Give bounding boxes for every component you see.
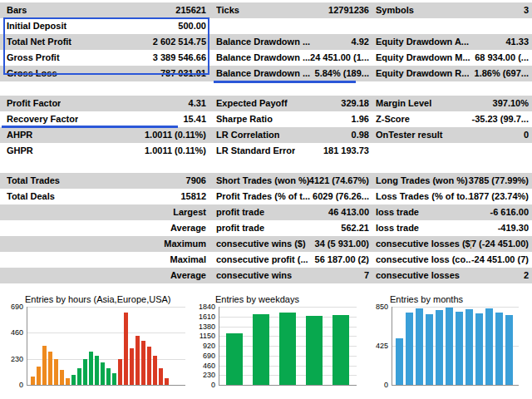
bar bbox=[48, 352, 52, 385]
stat-label: AHPR bbox=[7, 127, 32, 143]
stat-value: 5.84% (189... bbox=[315, 66, 369, 81]
stat-cell: Maximum bbox=[0, 236, 209, 252]
stat-value: Average bbox=[170, 268, 206, 283]
strategy-tester-report: Bars215621Ticks12791236Symbols3Initial D… bbox=[0, 0, 532, 399]
stat-label: Symbols bbox=[376, 2, 414, 18]
stat-cell: Balance Drawdown ...5.84% (189... bbox=[209, 66, 372, 81]
stat-label: Balance Drawdown ... bbox=[216, 66, 310, 81]
stat-value: 0 bbox=[524, 127, 529, 143]
stat-value: 1877 (23.74%) bbox=[469, 189, 529, 204]
stat-label: LR Correlation bbox=[216, 127, 279, 143]
stat-cell: Average bbox=[0, 220, 209, 236]
chart-title: Entries by hours (Asia,Europe,USA) bbox=[25, 293, 194, 307]
charts-row: Entries by hours (Asia,Europe,USA)690460… bbox=[7, 293, 528, 386]
stat-cell bbox=[372, 18, 532, 34]
bar bbox=[495, 313, 503, 385]
stat-cell: Largest bbox=[0, 204, 209, 220]
table-row: Largestprofit trade46 413.00loss trade-6… bbox=[0, 204, 532, 220]
stat-cell: profit trade562.21 bbox=[209, 220, 372, 236]
stat-label: Total Trades bbox=[7, 173, 60, 189]
bar-chart: Entries by hours (Asia,Europe,USA)690460… bbox=[7, 293, 194, 386]
stat-label: Equity Drawdown R... bbox=[376, 66, 469, 81]
table-row: Averageconsecutive wins7consecutive loss… bbox=[0, 268, 532, 283]
stat-value: 4.92 bbox=[352, 34, 369, 50]
stat-cell: Z-Score-35.23 (99.7... bbox=[372, 111, 532, 127]
stat-value: -6 616.00 bbox=[490, 204, 529, 220]
gridline bbox=[27, 307, 185, 308]
bar bbox=[37, 367, 41, 385]
stat-cell: Margin Level397.10% bbox=[372, 96, 532, 111]
y-tick-label: 920 bbox=[203, 342, 215, 350]
stat-cell: Short Trades (won %)4121 (74.67%) bbox=[209, 173, 372, 189]
bar bbox=[406, 313, 413, 385]
stat-label: LR Standard Error bbox=[216, 143, 295, 159]
stat-cell: LR Standard Error181 193.73 bbox=[209, 143, 372, 159]
stat-cell: Total Deals15812 bbox=[0, 189, 209, 204]
stat-value: 24 451.00 (1... bbox=[310, 50, 369, 66]
bar bbox=[106, 368, 111, 385]
bar bbox=[426, 314, 433, 385]
bar bbox=[396, 338, 403, 385]
stat-value: 1.0011 (0.11%) bbox=[145, 143, 206, 159]
stat-cell: Bars215621 bbox=[0, 2, 209, 18]
table-row: Profit Factor4.31Expected Payoff329.18Ma… bbox=[0, 96, 532, 111]
highlight-underline-recovery-factor bbox=[2, 126, 178, 128]
stat-cell: Maximal bbox=[0, 252, 209, 268]
stat-label: Margin Level bbox=[376, 96, 431, 111]
stat-value: 181 193.73 bbox=[323, 143, 369, 159]
bar bbox=[31, 377, 35, 385]
stat-cell: Balance Drawdown ...24 451.00 (1... bbox=[209, 50, 372, 66]
stat-label: Long Trades (won %) bbox=[376, 173, 468, 189]
bar bbox=[416, 308, 423, 385]
stat-value: 3 bbox=[524, 2, 529, 18]
stat-value: 2 bbox=[524, 268, 529, 283]
stat-cell: profit trade46 413.00 bbox=[209, 204, 372, 220]
bar bbox=[112, 373, 116, 385]
stat-value: 7 bbox=[364, 268, 369, 283]
stat-value: 1.96 bbox=[352, 111, 369, 127]
bar bbox=[42, 346, 47, 385]
table-row: GHPR1.0011 (0.11%)LR Standard Error181 1… bbox=[0, 143, 532, 159]
stat-value: 1.0011 (0.11%) bbox=[145, 127, 206, 143]
stat-label: Sharpe Ratio bbox=[216, 111, 273, 127]
bar bbox=[436, 310, 443, 385]
stat-label: consecutive wins ($) bbox=[216, 236, 306, 252]
stat-cell: Balance Drawdown ...4.92 bbox=[209, 34, 372, 50]
bar bbox=[165, 378, 169, 385]
stat-cell: consecutive loss (co...-24 451.00 (7) bbox=[372, 252, 532, 268]
y-tick-label: 230 bbox=[11, 355, 23, 363]
stat-value: 7906 bbox=[186, 173, 206, 189]
stat-cell: Sharpe Ratio1.96 bbox=[209, 111, 372, 127]
bar bbox=[95, 356, 99, 385]
y-tick-label: 1150 bbox=[200, 332, 215, 340]
y-axis: 8504250 bbox=[370, 307, 392, 385]
y-axis: 6904602300 bbox=[7, 307, 27, 385]
plot-area bbox=[27, 307, 185, 386]
stat-cell: Profit Trades (% of t...6029 (76.26... bbox=[209, 189, 372, 204]
stat-label: OnTester result bbox=[376, 127, 443, 143]
stat-label: profit trade bbox=[216, 220, 264, 236]
stat-cell: loss trade-6 616.00 bbox=[372, 204, 532, 220]
stat-cell: Symbols3 bbox=[372, 2, 532, 18]
y-tick-label: 1610 bbox=[199, 313, 215, 321]
bar bbox=[505, 315, 513, 385]
stat-label: Ticks bbox=[216, 2, 239, 18]
bar-chart: Entries by months8504250 bbox=[370, 293, 528, 386]
table-row: Maximumconsecutive wins ($)34 (5 931.00)… bbox=[0, 236, 532, 252]
stat-cell: loss trade-419.30 bbox=[372, 220, 532, 236]
bar bbox=[141, 341, 145, 385]
stat-value: -24 451.00 (7) bbox=[471, 252, 529, 268]
stat-cell: consecutive wins ($)34 (5 931.00) bbox=[209, 236, 372, 252]
bar bbox=[456, 312, 463, 385]
y-tick-label: 230 bbox=[203, 371, 215, 379]
stat-label: Loss Trades (% of to... bbox=[376, 189, 469, 204]
stat-label: Bars bbox=[7, 2, 27, 18]
stat-cell bbox=[372, 143, 532, 159]
y-tick-label: 0 bbox=[384, 381, 388, 389]
stat-label: Total Deals bbox=[7, 189, 55, 204]
stat-label: GHPR bbox=[7, 143, 33, 159]
stat-value: 215621 bbox=[175, 2, 206, 18]
stat-value: 562.21 bbox=[341, 220, 369, 236]
bar bbox=[66, 378, 70, 385]
stat-label: Equity Drawdown M... bbox=[376, 50, 470, 66]
